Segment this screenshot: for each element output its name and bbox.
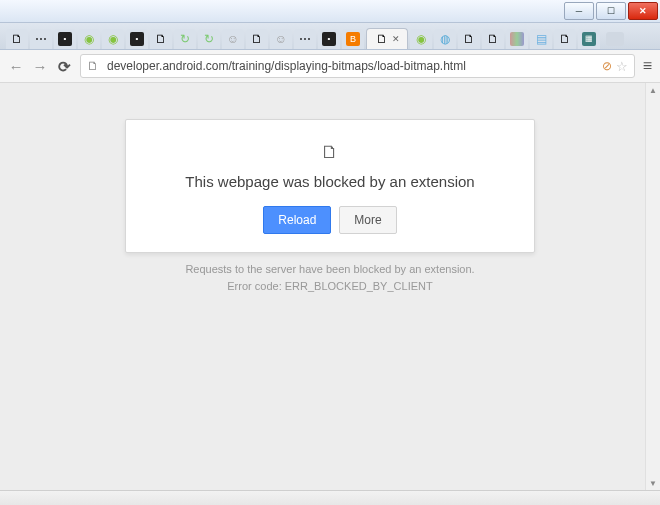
blocked-page-icon: 🗋 (144, 142, 516, 163)
scroll-up-arrow[interactable]: ▲ (646, 83, 660, 97)
browser-tab[interactable]: ◉ (410, 29, 432, 49)
scroll-track[interactable] (646, 97, 660, 476)
window-close-button[interactable]: ✕ (628, 2, 658, 20)
tab-strip: 🗋 ⋯ • ◉ ◉ • 🗋 ↻ ↻ ☺ 🗋 ☺ ⋯ • B 🗋 ✕ ◉ ◍ 🗋 … (0, 23, 660, 50)
more-button[interactable]: More (339, 206, 396, 234)
reload-icon: ↻ (178, 32, 192, 46)
page-icon: 🗋 (462, 32, 476, 46)
page-icon: ▦ (582, 32, 596, 46)
page-icon: ⋯ (298, 32, 312, 46)
page-icon: 🗋 (10, 32, 24, 46)
close-tab-icon[interactable]: ✕ (392, 35, 400, 44)
browser-tab[interactable]: 🗋 (458, 29, 480, 49)
forward-button[interactable]: → (32, 59, 48, 74)
browser-tab[interactable]: 🗋 (150, 29, 172, 49)
reload-button[interactable]: Reload (263, 206, 331, 234)
page-icon: • (58, 32, 72, 46)
stripes-icon: . (510, 32, 524, 46)
site-identity-icon: 🗋 (87, 60, 99, 72)
browser-tab[interactable]: • (54, 29, 76, 49)
blocked-detail-text: Requests to the server have been blocked… (0, 261, 660, 294)
status-bar (0, 490, 660, 505)
page-icon: 🗋 (486, 32, 500, 46)
page-icon: 🗋 (375, 32, 389, 46)
android-icon: ◉ (414, 32, 428, 46)
browser-tab[interactable]: 🗋 (482, 29, 504, 49)
browser-tab[interactable]: ⋯ (30, 29, 52, 49)
page-icon: 🗋 (558, 32, 572, 46)
back-button[interactable]: ← (8, 59, 24, 74)
blocked-heading: This webpage was blocked by an extension (144, 173, 516, 190)
reddit-icon: ☺ (226, 32, 240, 46)
android-icon: ◉ (82, 32, 96, 46)
new-tab-button[interactable] (606, 32, 624, 46)
chrome-menu-button[interactable]: ≡ (643, 58, 652, 74)
window-maximize-button[interactable]: ☐ (596, 2, 626, 20)
window-minimize-button[interactable]: ─ (564, 2, 594, 20)
browser-tab[interactable]: ☺ (222, 29, 244, 49)
browser-tab[interactable]: ↻ (198, 29, 220, 49)
browser-tab[interactable]: 🗋 (554, 29, 576, 49)
window-titlebar: ─ ☐ ✕ (0, 0, 660, 23)
page-icon: 🗋 (250, 32, 264, 46)
reddit-icon: ☺ (274, 32, 288, 46)
browser-tab[interactable]: 🗋 (246, 29, 268, 49)
browser-tab[interactable]: ↻ (174, 29, 196, 49)
vertical-scrollbar[interactable]: ▲ ▼ (645, 83, 660, 490)
browser-tab[interactable]: • (318, 29, 340, 49)
page-icon: 🗋 (154, 32, 168, 46)
android-icon: ◉ (106, 32, 120, 46)
globe-icon: ◍ (438, 32, 452, 46)
browser-tab[interactable]: B (342, 29, 364, 49)
page-icon: ▤ (534, 32, 548, 46)
browser-tab[interactable]: 🗋 (6, 29, 28, 49)
browser-tab[interactable]: • (126, 29, 148, 49)
browser-tab[interactable]: ☺ (270, 29, 292, 49)
blocked-detail-line2: Error code: ERR_BLOCKED_BY_CLIENT (0, 278, 660, 295)
browser-tab[interactable]: ◉ (102, 29, 124, 49)
blocked-detail-line1: Requests to the server have been blocked… (0, 261, 660, 278)
extension-alert-icon[interactable]: ⊘ (602, 59, 612, 73)
bookmark-star-icon[interactable]: ☆ (616, 59, 628, 74)
browser-tab[interactable]: ▤ (530, 29, 552, 49)
address-bar[interactable]: 🗋 ⊘ ☆ (80, 54, 635, 78)
reload-button[interactable]: ⟳ (56, 59, 72, 74)
page-icon: ⋯ (34, 32, 48, 46)
blocked-message-card: 🗋 This webpage was blocked by an extensi… (125, 119, 535, 253)
url-input[interactable] (105, 58, 598, 74)
browser-tab[interactable]: ▦ (578, 29, 600, 49)
page-icon: • (130, 32, 144, 46)
browser-tab[interactable]: ◉ (78, 29, 100, 49)
reload-icon: ↻ (202, 32, 216, 46)
browser-tab[interactable]: . (506, 29, 528, 49)
browser-tab-active[interactable]: 🗋 ✕ (366, 28, 408, 49)
page-icon: • (322, 32, 336, 46)
blogger-icon: B (346, 32, 360, 46)
browser-tab[interactable]: ◍ (434, 29, 456, 49)
browser-tab[interactable]: ⋯ (294, 29, 316, 49)
page-viewport: 🗋 This webpage was blocked by an extensi… (0, 83, 660, 490)
toolbar: ← → ⟳ 🗋 ⊘ ☆ ≡ (0, 50, 660, 83)
scroll-down-arrow[interactable]: ▼ (646, 476, 660, 490)
